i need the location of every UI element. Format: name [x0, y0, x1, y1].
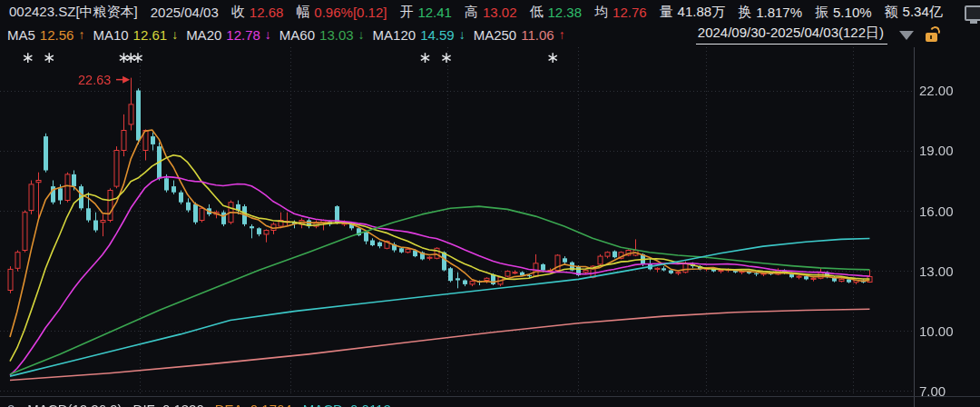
y-axis-tick: 19.00 [919, 143, 954, 158]
kline-chart-canvas[interactable] [0, 0, 980, 407]
dea-value: DEA: 0.1764 [215, 402, 292, 407]
macd-indicator-bar: 2 MACD(12,26,9) DIF: 0.1820 DEA: 0.1764 … [0, 399, 980, 407]
indicator-name[interactable]: MACD(12,26,9) [27, 402, 122, 407]
dif-value: DIF: 0.1820 [133, 402, 204, 407]
pane-divider [0, 396, 980, 397]
y-axis-tick: 13.00 [919, 263, 954, 279]
y-axis-tick: 10.00 [919, 323, 954, 339]
y-axis-tick: 22.00 [919, 83, 954, 98]
y-axis-tick: 16.00 [919, 204, 954, 219]
pane-count-badge: 2 [7, 402, 15, 407]
stock-chart-window: 002423.SZ[中粮资本] 2025/04/03 收 12.68 幅 0.9… [0, 0, 980, 407]
high-price-callout: 22.63 [78, 73, 111, 86]
macd-value: MACD: 0.0112 [303, 402, 391, 407]
high-price-label: 22.63 [78, 73, 111, 87]
